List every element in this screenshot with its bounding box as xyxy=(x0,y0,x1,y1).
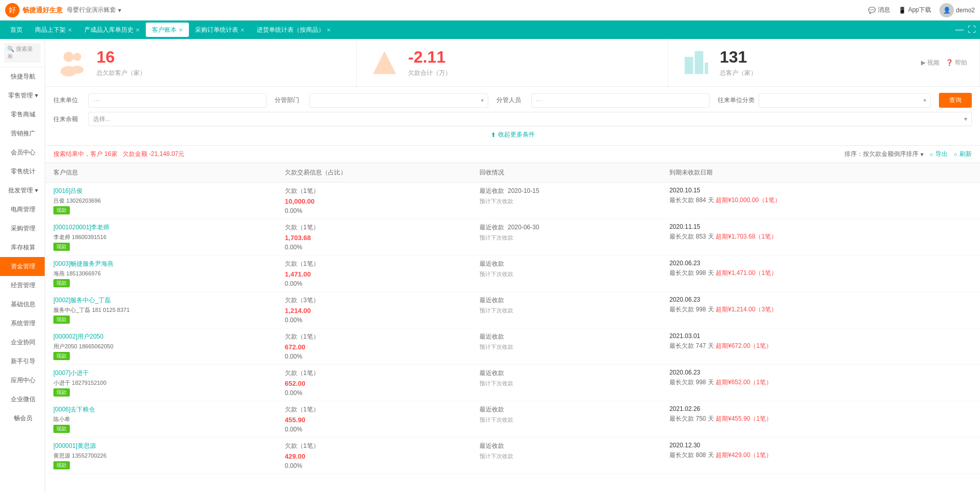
sidebar-item-vip[interactable]: 畅会员 xyxy=(0,409,45,428)
industry-selector[interactable]: 母婴行业演示账套 ▾ xyxy=(67,6,121,14)
tab-product-history-close[interactable]: ✕ xyxy=(136,27,140,33)
next-collection-2: 预计下次收款 xyxy=(479,270,653,278)
tab-purchase-stats[interactable]: 采购订单统计表 ✕ xyxy=(189,23,251,37)
debt-label-3: 欠款（3笔） xyxy=(285,296,463,305)
cell-debt-info-2: 欠款（1笔） 1,471.00 0.00% xyxy=(277,255,471,292)
debt-customers-label: 总欠款客户（家） xyxy=(97,69,146,77)
tab-customer-account-close[interactable]: ✕ xyxy=(179,27,183,33)
customer-link-4[interactable]: [000002]用户2050 xyxy=(53,332,268,341)
dept-input[interactable]: ▾ xyxy=(310,93,488,108)
top-bar-left: 好 畅捷通好生意 母婴行业演示账套 ▾ xyxy=(5,3,121,17)
collapse-icon: ⬆ xyxy=(491,131,496,139)
top-bar-right: 💬 消息 📱 App下载 👤 demo2 xyxy=(868,3,975,17)
debt-amount-value: -2.11 xyxy=(408,48,451,67)
view-video-button[interactable]: ▶ 视频 xyxy=(921,58,939,67)
customer-link-0[interactable]: [0016]吕俊 xyxy=(53,187,268,195)
sort-label: 排序：按欠款金额倒序排序 xyxy=(844,150,918,159)
customer-info-3: [0002]服务中心_丁磊 服务中心_丁磊 181 0125 8371 现款 xyxy=(53,296,268,324)
overdue-link-1[interactable]: 超期¥1,703.68（1笔） xyxy=(716,233,777,240)
debt-amount-icon: ¥ xyxy=(369,47,400,78)
unit-category-input[interactable]: ▾ xyxy=(759,93,931,108)
source-unit-label: 往来单位 xyxy=(53,96,84,105)
app-download-button[interactable]: 📱 App下载 xyxy=(898,6,931,14)
tab-inbound-stats[interactable]: 进货单统计表（按商品） ✕ xyxy=(251,23,337,37)
sidebar-item-retail-shop[interactable]: 零售商城 xyxy=(0,105,45,124)
brand-name: 畅捷通好生意 xyxy=(23,6,63,15)
sidebar-item-members[interactable]: 会员中心 xyxy=(0,143,45,162)
export-button[interactable]: ○ 导出 xyxy=(930,150,948,159)
customer-link-1[interactable]: [0001020001]李老师 xyxy=(53,223,268,232)
sidebar-item-enterprise[interactable]: 企业协同 xyxy=(0,333,45,352)
last-collection-7: 最近收款 xyxy=(479,442,653,450)
overdue-link-4[interactable]: 超期¥672.00（1笔） xyxy=(716,342,772,349)
source-unit-input[interactable]: ··· xyxy=(88,93,266,108)
tab-product-off-close[interactable]: ✕ xyxy=(68,27,72,33)
sidebar-item-system[interactable]: 系统管理 xyxy=(0,314,45,333)
overdue-info-3: 2020.06.23 最长欠款 998 天 超期¥1,214.00（3笔） xyxy=(669,296,972,314)
overdue-days-3: 最长欠款 998 天 超期¥1,214.00（3笔） xyxy=(669,305,972,314)
search-button[interactable]: 查询 xyxy=(939,93,972,108)
debt-info-3: 欠款（3笔） 1,214.00 0.00% xyxy=(285,296,463,324)
customer-link-6[interactable]: [0006]去下粮仓 xyxy=(53,405,268,414)
filter-row-1: 往来单位 ··· 分管部门 ▾ 分管人员 xyxy=(53,93,972,108)
debt-customers-value: 16 xyxy=(97,48,146,67)
tab-home[interactable]: 首页 xyxy=(4,23,29,37)
sidebar-item-ops-mgmt[interactable]: 经营管理 xyxy=(0,276,45,295)
tab-product-off[interactable]: 商品上下架 ✕ xyxy=(29,23,78,37)
help-icon: ❓ xyxy=(946,59,953,66)
customer-link-5[interactable]: [0007]小进干 xyxy=(53,369,268,378)
refresh-button[interactable]: ○ 刷新 xyxy=(954,150,972,159)
sidebar-item-corp-wx[interactable]: 企业微信 xyxy=(0,390,45,409)
sort-button[interactable]: 排序：按欠款金额倒序排序 ▾ xyxy=(844,150,924,159)
overdue-link-2[interactable]: 超期¥1,471.00（1笔） xyxy=(716,269,777,277)
tab-inbound-stats-close[interactable]: ✕ xyxy=(326,27,331,33)
customer-link-7[interactable]: [000001]黄思源 xyxy=(53,442,268,450)
help-button[interactable]: ❓ 帮助 xyxy=(946,58,967,67)
sidebar-item-batch-mgmt[interactable]: 批发管理 ▾ xyxy=(0,181,45,200)
cell-collection-1: 最近收款 2020-06-30 预计下次收款 xyxy=(471,219,661,255)
tab-customer-account[interactable]: 客户账本 ✕ xyxy=(146,23,189,37)
balance-placeholder: 选择... xyxy=(93,115,110,124)
sidebar-item-basic-info[interactable]: 基础信息 xyxy=(0,295,45,314)
nav-maximize-button[interactable]: ⛶ xyxy=(968,25,976,34)
sidebar-item-retail-mgmt[interactable]: 零售管理 ▾ xyxy=(0,86,45,105)
tab-purchase-stats-close[interactable]: ✕ xyxy=(240,27,244,33)
overdue-link-5[interactable]: 超期¥652.00（1笔） xyxy=(716,379,772,386)
debt-ratio-7: 0.00% xyxy=(285,462,463,469)
overdue-link-3[interactable]: 超期¥1,214.00（3笔） xyxy=(716,306,777,313)
sidebar-item-marketing[interactable]: 营销推广 xyxy=(0,124,45,143)
overdue-link-7[interactable]: 超期¥429.00（1笔） xyxy=(716,451,772,459)
user-profile[interactable]: 👤 demo2 xyxy=(939,3,975,17)
balance-select[interactable]: 选择... ▾ xyxy=(88,112,972,126)
customer-tag-1: 现款 xyxy=(53,243,70,251)
sidebar-item-newbie[interactable]: 新手引导 xyxy=(0,352,45,371)
sidebar-item-nav[interactable]: 快捷导航 xyxy=(0,67,45,86)
sidebar-search-button[interactable]: 🔍 搜索菜单 xyxy=(4,43,41,63)
results-prefix: 搜索结果中，客户 xyxy=(53,150,103,157)
collapse-button[interactable]: ⬆ 收起更多条件 xyxy=(53,130,972,139)
sidebar-item-finance[interactable]: 资金管理 xyxy=(0,257,45,276)
sidebar-item-ecommerce[interactable]: 电商管理 xyxy=(0,200,45,219)
nav-minimize-button[interactable]: — xyxy=(955,25,964,34)
sidebar-item-app-center[interactable]: 应用中心 xyxy=(0,371,45,390)
sidebar-item-purchase[interactable]: 采购管理 xyxy=(0,219,45,238)
message-button[interactable]: 💬 消息 xyxy=(868,6,890,14)
debt-info-1: 欠款（1笔） 1,703.68 0.00% xyxy=(285,223,463,251)
person-input[interactable]: ··· xyxy=(531,93,709,108)
customer-link-2[interactable]: [0003]畅捷服务尹海燕 xyxy=(53,260,268,268)
stat-debt-amount: ¥ -2.11 欠款合计（万） xyxy=(357,39,668,86)
svg-rect-5 xyxy=(685,57,694,74)
stat-debt-customers: 16 总欠款客户（家） xyxy=(45,39,357,86)
overdue-link-0[interactable]: 超期¥10,000.00（1笔） xyxy=(716,196,781,204)
debt-ratio-4: 0.00% xyxy=(285,353,463,360)
cell-debt-info-3: 欠款（3笔） 1,214.00 0.00% xyxy=(277,292,471,328)
sidebar-item-retail-stats[interactable]: 零售统计 xyxy=(0,162,45,181)
customer-link-3[interactable]: [0002]服务中心_丁磊 xyxy=(53,296,268,305)
tab-product-history[interactable]: 产成品入库单历史 ✕ xyxy=(78,23,146,37)
overdue-info-6: 2021.02.26 最长欠款 750 天 超期¥455.90（1笔） xyxy=(669,405,972,423)
collection-info-2: 最近收款 预计下次收款 xyxy=(479,260,653,278)
sidebar-item-inventory[interactable]: 库存核算 xyxy=(0,238,45,257)
next-collection-6: 预计下次收款 xyxy=(479,416,653,424)
overdue-link-6[interactable]: 超期¥455.90（1笔） xyxy=(716,415,772,422)
cell-collection-0: 最近收款 2020-10-15 预计下次收款 xyxy=(471,183,661,219)
